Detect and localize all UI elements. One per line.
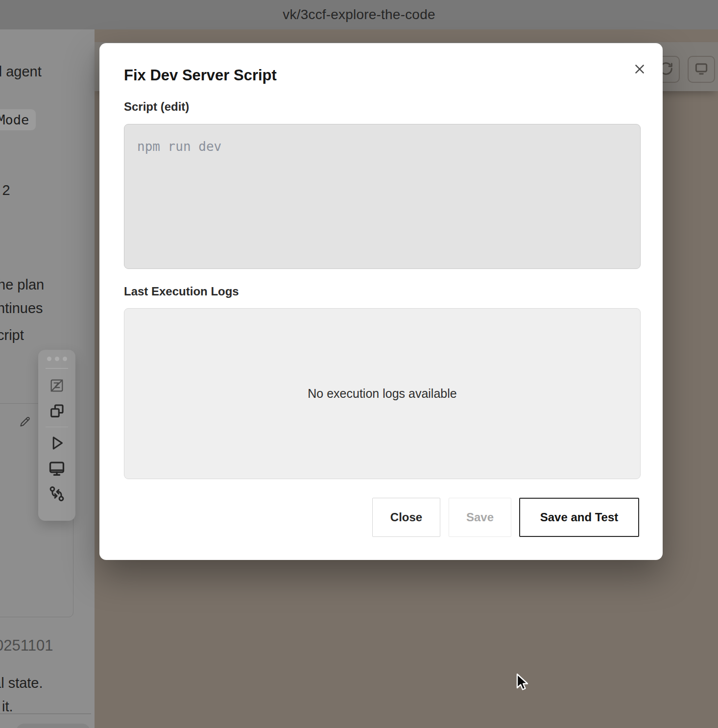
sidebar-text-continues: ntinues [0, 300, 43, 316]
zed-slash-icon[interactable] [46, 375, 68, 396]
git-compare-icon[interactable] [46, 483, 68, 505]
pencil-icon[interactable] [19, 415, 31, 428]
execution-logs-panel: No execution logs available [124, 308, 641, 479]
sidebar-text-script: cript [0, 327, 24, 343]
close-button[interactable]: Close [372, 498, 440, 537]
sidebar-text-agent: d agent [0, 64, 42, 80]
dialog-title: Fix Dev Server Script [124, 67, 277, 84]
mouse-cursor-icon [515, 673, 530, 693]
logs-section-label: Last Execution Logs [124, 285, 239, 298]
sidebar-text-state: al state. [0, 675, 43, 691]
save-and-test-button[interactable]: Save and Test [519, 498, 639, 537]
copy-icon[interactable] [46, 400, 68, 422]
app-window: vk/3ccf-explore-the-code d agent nMode y… [0, 0, 718, 728]
save-button[interactable]: Save [449, 498, 511, 537]
play-icon[interactable] [46, 432, 68, 454]
sidebar-text-build-number: 0251101 [0, 637, 53, 655]
floating-toolbar [38, 350, 75, 521]
toolbar-divider [46, 427, 68, 428]
sidebar: d agent nMode y 2 he plan ntinues cript [0, 29, 95, 728]
script-section-label: Script (edit) [124, 100, 189, 114]
window-title: vk/3ccf-explore-the-code [283, 7, 435, 23]
logs-empty-message: No execution logs available [308, 387, 456, 401]
mode-code-badge: nMode [0, 109, 36, 130]
sidebar-text-retry: y 2 [0, 182, 10, 198]
monitor-icon[interactable] [46, 458, 68, 479]
sidebar-bottom-button[interactable] [16, 724, 91, 728]
drag-handle-icon[interactable] [47, 357, 67, 361]
monitor-icon [694, 61, 709, 78]
script-input[interactable] [124, 124, 641, 269]
monitor-view-button[interactable] [688, 56, 715, 83]
sidebar-text-plan: he plan [0, 277, 44, 293]
fix-dev-server-script-dialog: Fix Dev Server Script Script (edit) Last… [99, 43, 663, 560]
sidebar-divider [0, 713, 91, 714]
toolbar-divider [46, 368, 68, 369]
window-title-bar: vk/3ccf-explore-the-code [0, 0, 718, 29]
close-icon[interactable] [630, 60, 649, 78]
sidebar-text-it: it. [2, 699, 13, 715]
